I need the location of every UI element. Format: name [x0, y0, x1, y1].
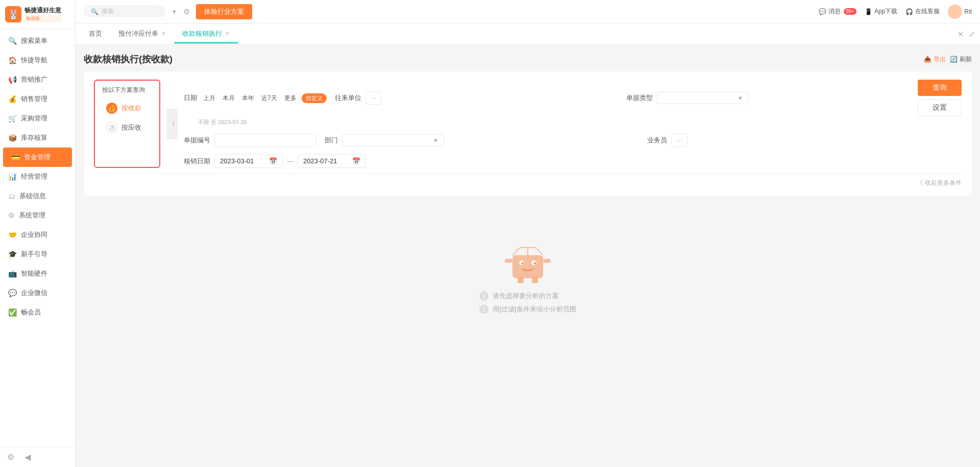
- query-scheme-title: 按以下方案查询: [102, 86, 152, 94]
- tab-close-receipt-verify[interactable]: ✕: [225, 30, 230, 37]
- filter-option-by-receivable[interactable]: 🕐 按应收: [102, 120, 152, 135]
- doc-type-select[interactable]: ▼: [657, 92, 749, 104]
- page-header: 收款核销执行(按收款) 📤 导出 🔄 刷新: [84, 53, 972, 65]
- chevron-down-icon: ▼: [738, 95, 743, 101]
- empty-illustration: [502, 232, 553, 283]
- filter-row-2: 单据编号 部门 ▼ 业务员: [184, 133, 962, 147]
- enterprise-icon: 🤝: [8, 231, 17, 239]
- app-download-action[interactable]: 📱 App下载: [865, 7, 897, 16]
- svg-point-5: [534, 262, 536, 264]
- maximize-window-icon[interactable]: ⤢: [969, 30, 975, 38]
- tip-num-2: 2: [479, 305, 488, 314]
- sidebar-item-basic[interactable]: 🗂 基础信息: [0, 186, 75, 206]
- user-area[interactable]: Rit: [948, 5, 972, 19]
- sidebar-item-search-menu[interactable]: 🔍 搜索菜单: [0, 31, 75, 51]
- close-window-icon[interactable]: ✕: [958, 30, 964, 38]
- refresh-button[interactable]: 🔄 刷新: [950, 55, 972, 64]
- query-button[interactable]: 查询: [918, 80, 962, 96]
- date-custom-badge[interactable]: 自定义: [302, 93, 327, 103]
- dept-select[interactable]: ▼: [342, 134, 444, 146]
- header-gear-icon[interactable]: ⚙: [183, 7, 190, 16]
- header-actions: 💬 消息 99+ 📱 App下载 🎧 在线客服 Rit: [819, 5, 972, 19]
- doc-no-input[interactable]: [214, 133, 316, 147]
- export-button[interactable]: 📤 导出: [924, 55, 946, 64]
- doc-no-field: 单据编号: [184, 133, 316, 147]
- empty-tip-2: 2 用[过滤]条件来缩小分析范围: [479, 305, 576, 314]
- business-icon: 📊: [8, 173, 17, 181]
- staff-input[interactable]: ···: [671, 134, 688, 147]
- header-search-bar[interactable]: 🔍 搜索: [84, 5, 165, 18]
- dept-chevron-icon: ▼: [433, 137, 438, 143]
- message-action[interactable]: 💬 消息 99+: [819, 7, 856, 16]
- vip-icon: ✅: [8, 308, 17, 316]
- sales-icon: 💰: [8, 95, 17, 103]
- user-name: Rit: [964, 8, 972, 15]
- sidebar-item-system[interactable]: ⚙ 系统管理: [0, 206, 75, 225]
- purchase-icon: 🛒: [8, 114, 17, 122]
- date-shortcut-this-year[interactable]: 本年: [240, 93, 256, 104]
- message-badge: 99+: [844, 8, 856, 15]
- search-icon: 🔍: [91, 8, 99, 15]
- sidebar-item-purchase[interactable]: 🛒 采购管理: [0, 109, 75, 128]
- verify-date-start-box[interactable]: 📅: [214, 154, 283, 168]
- date-label: 日期: [184, 93, 197, 103]
- svg-rect-6: [505, 259, 512, 263]
- sidebar-item-enterprise[interactable]: 🤝 企业协同: [0, 225, 75, 244]
- top-header: 🔍 搜索 ▼ ⚙ 体验行业方案 💬 消息 99+ 📱 App下载 🎧 在线客服 …: [76, 0, 980, 23]
- guide-icon: 🎓: [8, 250, 17, 258]
- hardware-icon: 📺: [8, 269, 17, 278]
- sidebar-item-finance[interactable]: 💳 资金管理: [3, 148, 72, 167]
- verify-date-end-input[interactable]: [303, 157, 349, 165]
- query-buttons: 查询 设置: [918, 80, 962, 116]
- online-service-action[interactable]: 🎧 在线客服: [905, 7, 940, 16]
- sidebar-item-quick-nav[interactable]: 🏠 快捷导航: [0, 51, 75, 70]
- sidebar-item-vip[interactable]: ✅ 畅会员: [0, 303, 75, 322]
- sidebar-item-business[interactable]: 📊 经营管理: [0, 167, 75, 186]
- date-shortcut-7days[interactable]: 近7天: [259, 93, 279, 104]
- finance-icon: 💳: [11, 153, 20, 161]
- inventory-icon: 📦: [8, 134, 17, 142]
- sidebar-item-wechat[interactable]: 💬 企业微信: [0, 283, 75, 303]
- sidebar-item-hardware[interactable]: 📺 智能硬件: [0, 264, 75, 283]
- date-shortcut-last-month[interactable]: 上月: [201, 93, 217, 104]
- footer-settings-icon[interactable]: ⚙: [7, 452, 14, 462]
- filter-option-by-receipt[interactable]: 💰 按收款: [102, 101, 152, 116]
- main-area: 🔍 搜索 ▼ ⚙ 体验行业方案 💬 消息 99+ 📱 App下载 🎧 在线客服 …: [76, 0, 980, 467]
- sidebar-item-inventory[interactable]: 📦 库存核算: [0, 128, 75, 148]
- content-area: 收款核销执行(按收款) 📤 导出 🔄 刷新 按以下方案查询 💰: [76, 45, 980, 467]
- sidebar-nav: 🔍 搜索菜单 🏠 快捷导航 📢 营销推广 💰 销售管理 🛒 采购管理 📦 库存核…: [0, 29, 75, 447]
- doc-no-label: 单据编号: [184, 136, 210, 145]
- solution-button[interactable]: 体验行业方案: [196, 4, 252, 19]
- date-range-separator: —: [287, 157, 293, 165]
- sidebar-item-sales[interactable]: 💰 销售管理: [0, 89, 75, 109]
- sidebar-item-marketing[interactable]: 📢 营销推广: [0, 70, 75, 89]
- tab-close-prepay[interactable]: ✕: [161, 30, 166, 37]
- by-receivable-icon: 🕐: [106, 122, 117, 133]
- query-scheme-panel: 按以下方案查询 💰 按收款 🕐 按应收: [94, 80, 160, 168]
- counterpart-field: 往来单位 ···: [335, 91, 618, 105]
- date-no-limit-note: 不限 至 2023-07-26: [184, 118, 962, 126]
- wechat-icon: 💬: [8, 289, 17, 297]
- header-dropdown-icon[interactable]: ▼: [172, 9, 177, 15]
- footer-collapse-icon[interactable]: ◀: [24, 452, 31, 462]
- headset-icon: 🎧: [905, 8, 913, 15]
- settings-button[interactable]: 设置: [918, 99, 962, 116]
- date-shortcut-this-month[interactable]: 本月: [220, 93, 237, 104]
- tab-receipt-verify[interactable]: 收款核销执行 ✕: [174, 25, 238, 43]
- sidebar-item-guide[interactable]: 🎓 新手引导: [0, 244, 75, 264]
- collapse-more-btn[interactable]: 《 收起更多条件: [917, 179, 962, 187]
- calendar-end-icon[interactable]: 📅: [352, 157, 360, 165]
- verify-date-end-box[interactable]: 📅: [298, 154, 366, 168]
- counterpart-label: 往来单位: [335, 93, 361, 103]
- empty-tip-1: 1 请先选择要分析的方案: [479, 291, 576, 301]
- tab-home[interactable]: 首页: [81, 25, 110, 43]
- counterpart-input[interactable]: ···: [365, 91, 382, 105]
- verify-date-start-input[interactable]: [220, 157, 266, 165]
- page-actions: 📤 导出 🔄 刷新: [924, 55, 972, 64]
- calendar-start-icon[interactable]: 📅: [269, 157, 277, 165]
- sidebar-footer: ⚙ ◀: [0, 447, 75, 467]
- date-shortcut-more[interactable]: 更多: [282, 93, 299, 104]
- collapse-panel-btn[interactable]: 《: [166, 109, 178, 139]
- by-receipt-icon: 💰: [106, 103, 117, 114]
- tab-prepay[interactable]: 预付冲应付单 ✕: [110, 25, 174, 43]
